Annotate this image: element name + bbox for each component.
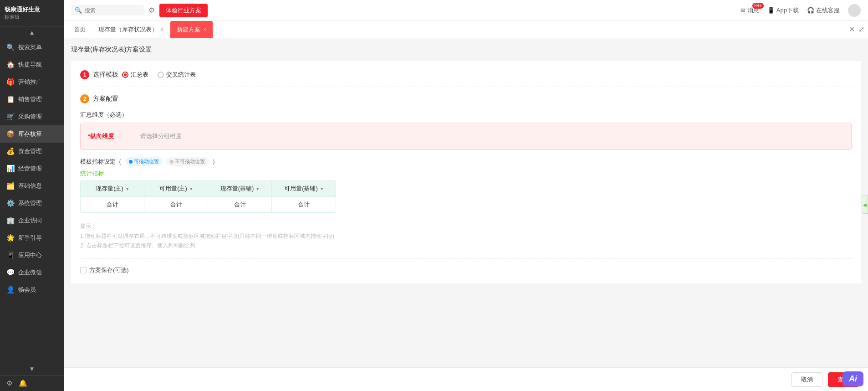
cancel-button[interactable]: 取消 [791,372,822,387]
col-1-label: 可用量(主) [159,185,187,193]
sidebar-item-label: 采购管理 [18,113,42,121]
main-area: 🔍 ⚙ 体验行业方案 ✉ 消息 99+ 📱 App下载 🎧 在线客服 首页 [64,0,868,391]
indicator-settings: 模板指标设定（ 可拖动位置 不可拖动位置 ） 统计指标 [80,157,852,251]
topbar: 🔍 ⚙ 体验行业方案 ✉ 消息 99+ 📱 App下载 🎧 在线客服 [64,0,868,21]
section-divider-2 [80,258,852,259]
tab-new-plan-close[interactable]: × [203,26,206,33]
folder-icon: 🗂️ [6,182,15,190]
user-avatar[interactable] [848,4,861,17]
search-input[interactable] [85,7,130,14]
sidebar-scroll-down[interactable]: ▼ [0,363,64,375]
message-icon: ✉ [740,7,745,14]
sidebar-bottom: ⚙ 🔔 [0,375,64,391]
tab-new-plan-label: 新建方案 [177,26,200,34]
sidebar-nav: 🔍 搜索菜单 🏠 快捷导航 🎁 营销推广 📋 销售管理 🛒 采购管理 📦 库存核… [0,39,64,363]
tab-close-btn[interactable]: ✕ [849,25,855,34]
tab-inventory[interactable]: 现存量（库存状况表） × [92,21,170,38]
sidebar-scroll-up[interactable]: ▲ [0,26,64,39]
col-0-chevron[interactable]: ▾ [126,186,129,192]
step1-badge: 1 [80,70,89,79]
cart-icon: 🛒 [6,113,15,121]
topbar-gear-icon[interactable]: ⚙ [148,6,155,15]
stats-body-cell-1: 合计 [144,197,208,212]
sidebar-item-member[interactable]: 👤 畅会员 [0,281,64,298]
save-option[interactable]: 方案保存(可选) [80,266,852,274]
tips-section: 提示： 1.拖动标题栏可以调整布局，不可跨维度或指标区域拖动栏目字段(只能在同一… [80,221,852,251]
stats-body-col-2: 合计 [208,197,272,212]
stats-col-3: 可用量(基辅) ▾ [272,181,336,197]
stats-col-header-0[interactable]: 现存量(主) ▾ [81,181,144,197]
radio-cross-circle [158,72,164,78]
stats-col-header-2[interactable]: 现存量(基辅) ▾ [208,181,271,197]
content-area: 现存量(库存状况表)方案设置 1 选择模板 汇总表 交叉统计表 [64,38,868,367]
sidebar-item-label: 畅会员 [18,286,36,294]
chat-icon: 💬 [6,268,15,277]
indicator-label: 模板指标设定（ 可拖动位置 不可拖动位置 ） [80,157,852,166]
sidebar-item-search[interactable]: 🔍 搜索菜单 [0,39,64,56]
ai-badge[interactable]: Ai [842,371,863,386]
radio-summary[interactable]: 汇总表 [122,71,148,79]
app-download-btn[interactable]: 📱 App下载 [767,6,799,15]
dim-required: *纵向维度 [88,132,114,140]
radio-cross[interactable]: 交叉统计表 [158,71,196,79]
stats-section: 统计指标 现存量(主) ▾ 可用量(主) [80,170,852,214]
sidebar-item-label: 应用中心 [18,251,42,259]
stats-col-header-3[interactable]: 可用量(基辅) ▾ [272,181,336,197]
sidebar-item-marketing[interactable]: 🎁 营销推广 [0,73,64,91]
search-icon: 🔍 [75,7,82,14]
save-checkbox[interactable] [80,267,87,273]
gift-icon: 🎁 [6,78,15,86]
online-service-btn[interactable]: 🎧 在线客服 [807,6,840,15]
stats-body-col-3: 合计 [272,197,336,212]
sidebar-item-label: 营销推广 [18,78,42,86]
col-0-label: 现存量(主) [96,185,123,193]
message-badge: 99+ [752,3,764,9]
message-btn[interactable]: ✉ 消息 99+ [740,6,759,15]
tabs-bar: 首页 现存量（库存状况表） × 新建方案 × ✕ ⤢ [64,21,868,38]
movable-dot [129,160,133,164]
sidebar-item-label: 系统管理 [18,199,42,207]
trial-btn[interactable]: 体验行业方案 [159,4,208,17]
tab-expand-btn[interactable]: ⤢ [858,25,864,34]
col-2-chevron[interactable]: ▾ [256,186,259,192]
indicator-suffix: ） [212,158,218,166]
settings-panel: 1 选择模板 汇总表 交叉统计表 [71,61,861,283]
radio-summary-circle [122,72,128,78]
app-download-label: App下载 [776,6,799,15]
sidebar-item-purchase[interactable]: 🛒 采购管理 [0,108,64,125]
search-box: 🔍 [71,5,144,15]
stats-body-cell-3: 合计 [272,197,336,212]
sidebar-item-guide[interactable]: 🌟 新手引导 [0,229,64,247]
tab-new-plan[interactable]: 新建方案 × [170,21,213,38]
sidebar-item-system[interactable]: ⚙️ 系统管理 [0,195,64,212]
stats-col-header-1[interactable]: 可用量(主) ▾ [144,181,208,197]
dim-arrow: —— [121,133,133,140]
right-collapse-btn[interactable]: ◀ [862,196,868,214]
sidebar-item-label: 新手引导 [18,234,42,242]
col-3-chevron[interactable]: ▾ [321,186,323,192]
radio-summary-dot [124,73,127,76]
sidebar-item-sales[interactable]: 📋 销售管理 [0,91,64,108]
sidebar-item-app-center[interactable]: 📱 应用中心 [0,247,64,264]
sidebar-item-finance[interactable]: 💰 资金管理 [0,143,64,160]
sidebar-item-label: 基础信息 [18,182,42,190]
tab-inventory-close[interactable]: × [160,26,163,33]
volume-icon[interactable]: 🔔 [19,379,27,387]
sidebar-item-wechat[interactable]: 💬 企业微信 [0,264,64,281]
settings-icon[interactable]: ⚙ [6,379,12,387]
sidebar-item-label: 经营管理 [18,165,42,173]
tab-home[interactable]: 首页 [67,21,92,38]
col-1-chevron[interactable]: ▾ [190,186,193,192]
sidebar-item-enterprise[interactable]: 🏢 企业协同 [0,212,64,229]
dim-box[interactable]: *纵向维度 —— 请选择分组维度 [80,123,852,150]
sidebar-item-quick-nav[interactable]: 🏠 快捷导航 [0,56,64,73]
stats-col-1: 可用量(主) ▾ [144,181,208,197]
sidebar-item-basic-info[interactable]: 🗂️ 基础信息 [0,177,64,195]
col-3-label: 可用量(基辅) [284,185,318,193]
sidebar-item-inventory[interactable]: 📦 库存核算 [0,125,64,143]
indicator-prefix: 模板指标设定（ [80,158,122,166]
sidebar-logo: 畅康通好生意 标准版 [0,0,64,26]
sidebar-item-operations[interactable]: 📊 经营管理 [0,160,64,177]
step2-label: 方案配置 [93,95,118,103]
gear-icon: ⚙️ [6,199,15,207]
